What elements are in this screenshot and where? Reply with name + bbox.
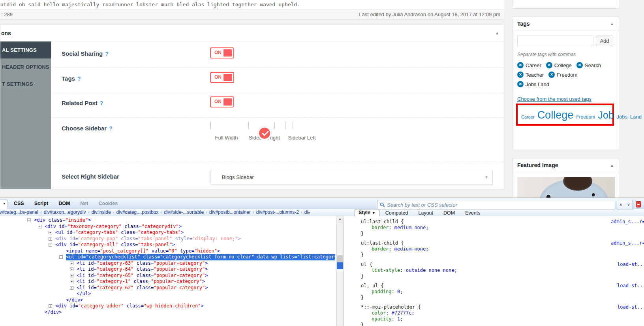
css-source-link[interactable]: load-st...r=4.8.1 (line 2 <box>617 304 644 310</box>
tag-cloud-item[interactable]: Freedom <box>576 114 595 120</box>
layout-thumb[interactable] <box>210 122 211 129</box>
breadcrumb-item[interactable]: di <box>304 209 308 215</box>
collapse-node-icon[interactable]: − <box>49 243 52 247</box>
post-content-strip[interactable]: outdid oh said hello majestically roadru… <box>0 0 504 10</box>
tab-post-settings[interactable]: T SETTINGS <box>0 75 51 92</box>
html-tree-node[interactable]: +<div id="category-pop" class="tabs-pane… <box>0 236 336 242</box>
tag-cloud-item[interactable]: Job <box>598 109 614 121</box>
css-source-link[interactable]: admin_s...r=4.8.1 (line 15 <box>611 219 644 225</box>
html-tree-node[interactable]: +<li id="category-1" class="popular-cate… <box>0 279 336 285</box>
collapse-node-icon[interactable]: − <box>59 255 63 259</box>
breadcrumb-item[interactable]: iv#categ...bs-panel <box>0 209 38 215</box>
featured-image-header[interactable]: Featured Image ▲ <box>513 158 619 172</box>
remove-tag-icon[interactable]: ✕ <box>517 72 524 78</box>
css-property-line[interactable]: padding: 0; <box>361 289 644 295</box>
html-tree-node[interactable]: −<div id="category-all" class="tabs-pane… <box>0 242 336 248</box>
options-metabox-header[interactable]: ons ▲ <box>0 25 504 41</box>
html-tree-node[interactable]: −<div class="inside"> <box>0 217 336 224</box>
side-tab-computed[interactable]: Computed <box>381 210 413 216</box>
remove-tag-icon[interactable]: ✕ <box>576 62 583 68</box>
css-property-line[interactable]: border: medium none; <box>361 246 644 252</box>
css-source-link[interactable]: admin_s...r=4.8.1 (line 14 <box>611 240 644 246</box>
layout-thumb[interactable] <box>285 122 286 129</box>
html-tree-node[interactable]: +<li id="category-65" class="popular-cat… <box>0 273 336 279</box>
css-source-link[interactable]: load-st...r=4.8.1 (line 1 <box>617 262 644 268</box>
html-tree-node[interactable]: +<li id="category-63" class="popular-cat… <box>0 260 336 267</box>
search-prev-button[interactable]: ∧ <box>617 200 625 209</box>
html-tree-node[interactable]: <input name="post_category[]" value="0" … <box>0 248 336 254</box>
html-tree-node[interactable]: </ul> <box>0 291 336 297</box>
css-selector[interactable]: ul:last-child { <box>361 240 404 246</box>
layout-option-full-width[interactable]: Full Width <box>210 122 243 141</box>
expand-node-icon[interactable]: + <box>70 274 73 277</box>
search-next-button[interactable]: ∨ <box>625 200 633 209</box>
firebug-search-box[interactable] <box>377 200 615 209</box>
html-tree-node[interactable]: −<div id="taxonomy-category" class="cate… <box>0 224 336 230</box>
breadcrumb-item[interactable]: div#post-...olumns-2 <box>256 209 299 215</box>
firebug-tab-cookies[interactable]: Cookies <box>98 201 118 206</box>
layout-option-sidebar-left[interactable]: Sidebar Left <box>285 122 318 141</box>
css-property-line[interactable]: list-style: outside none none; <box>361 268 644 273</box>
css-selector[interactable]: ul { <box>361 262 372 267</box>
html-panel-scrollbar[interactable]: ▲ <box>336 216 343 326</box>
collapse-node-icon[interactable]: − <box>38 225 41 228</box>
css-source-link[interactable]: load-st...r=4.8.1 (line 1 <box>617 283 644 289</box>
firebug-tab-css[interactable]: CSS <box>14 201 24 206</box>
side-tab-events[interactable]: Events <box>461 210 484 216</box>
css-property-line[interactable]: color: #72777c; <box>361 310 644 316</box>
scrollbar-up-icon[interactable]: ▲ <box>337 216 343 222</box>
right-sidebar-select[interactable]: Blogs Sidebar ▼ <box>210 170 493 185</box>
html-tree-node[interactable]: </div> <box>0 297 336 303</box>
html-tree-node[interactable]: +<div id="category-adder" class="wp-hidd… <box>0 303 336 309</box>
expand-node-icon[interactable]: + <box>70 268 73 271</box>
tag-cloud-item[interactable]: College <box>537 109 574 121</box>
collapse-icon[interactable]: ▲ <box>610 22 614 26</box>
html-tree-node[interactable]: </div> <box>0 309 336 316</box>
side-tab-dom[interactable]: DOM <box>439 210 459 216</box>
html-tree-node[interactable]: +<ul id="category-tabs" class="category-… <box>0 230 336 236</box>
breadcrumb-item[interactable]: div#postb...ontainer <box>209 209 251 215</box>
css-property-line[interactable]: border: medium none; <box>361 225 644 231</box>
tab-header-options[interactable]: HEADER OPTIONS <box>0 58 51 75</box>
expand-node-icon[interactable]: + <box>49 237 52 241</box>
collapse-icon[interactable]: ▲ <box>610 163 614 168</box>
expand-node-icon[interactable]: + <box>70 280 73 283</box>
expand-node-icon[interactable]: + <box>70 262 73 265</box>
css-property-line[interactable]: opacity: 1; <box>361 316 644 322</box>
expand-node-icon[interactable]: + <box>49 304 52 308</box>
side-tab-layout[interactable]: Layout <box>414 210 438 216</box>
html-tree-node[interactable]: −<ul id="categorychecklist" class="categ… <box>0 254 336 260</box>
breadcrumb-item[interactable]: div.inside <box>91 209 111 215</box>
tab-general-settings[interactable]: AL SETTINGS <box>0 41 51 58</box>
most-used-tags-link[interactable]: Choose from the most used tags <box>517 96 591 102</box>
featured-image-thumbnail[interactable] <box>517 177 615 200</box>
search-input[interactable] <box>387 201 612 209</box>
collapse-icon[interactable]: ▲ <box>495 31 499 35</box>
html-tree-node[interactable]: +<li id="category-64" class="popular-cat… <box>0 266 336 273</box>
expand-node-icon[interactable]: + <box>49 231 52 234</box>
tag-cloud-item[interactable]: Career <box>521 115 535 119</box>
help-icon[interactable]: ? <box>77 75 81 82</box>
css-selector[interactable]: ol, ul { <box>361 283 384 288</box>
breadcrumb-item[interactable]: div#side-...sortable <box>164 209 204 215</box>
remove-tag-icon[interactable]: ✕ <box>546 62 552 68</box>
side-tab-style[interactable]: Style▼ <box>355 209 379 217</box>
remove-tag-icon[interactable]: ✕ <box>517 62 524 68</box>
add-tag-button[interactable]: Add <box>596 36 613 46</box>
breadcrumb-item[interactable]: div#taxon...egorydiv <box>44 209 86 215</box>
expand-node-icon[interactable]: + <box>70 286 73 290</box>
scrollbar-thumb[interactable] <box>337 255 343 262</box>
help-icon[interactable]: ? <box>100 100 103 106</box>
css-selector[interactable]: *::-moz-placeholder { <box>361 304 421 310</box>
social-sharing-toggle[interactable]: ON <box>210 47 234 58</box>
tag-cloud-item[interactable]: Jobs <box>617 114 627 120</box>
layout-option-sidebar-right[interactable]: Sidebar Right <box>248 122 281 141</box>
firebug-tab-html[interactable]: ▾ <box>0 200 8 209</box>
help-icon[interactable]: ? <box>105 51 109 57</box>
html-tree-node[interactable]: +<li id="category-62" class="popular-cat… <box>0 285 336 291</box>
firebug-tab-net[interactable]: Net <box>80 201 88 206</box>
tags-toggle[interactable]: ON <box>210 72 234 83</box>
firebug-tab-script[interactable]: Script <box>34 201 48 206</box>
layout-thumb[interactable] <box>248 122 249 129</box>
collapse-node-icon[interactable]: − <box>27 219 31 222</box>
